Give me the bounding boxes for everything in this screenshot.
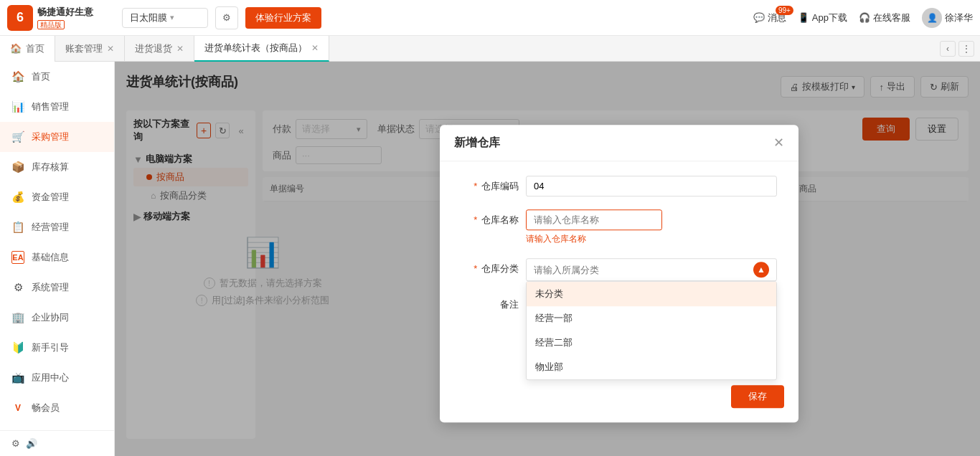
settings-gear-button[interactable]: ⚙	[215, 6, 238, 29]
sidebar: 🏠 首页 📊 销售管理 🛒 采购管理 📦 库存核算 💰 资金管理 📋 经营管理 …	[0, 62, 115, 456]
purchase-icon: 🛒	[11, 130, 24, 143]
inventory-icon: 📦	[11, 161, 24, 174]
tab-more-button[interactable]: ⋮	[958, 41, 974, 57]
dropdown-option-ops2[interactable]: 经营二部	[527, 331, 776, 355]
dialog-header: 新增仓库 ✕	[440, 125, 798, 161]
category-input[interactable]	[534, 265, 753, 275]
notification-button[interactable]: 💬 消息 99+	[753, 11, 786, 24]
category-dropdown-list: 未分类 经营一部 经营二部 物业部	[526, 281, 777, 380]
avatar: 👤	[922, 8, 942, 28]
home-icon: 🏠	[10, 43, 22, 54]
sidebar-item-operations[interactable]: 📋 经营管理	[0, 212, 114, 242]
sidebar-item-system[interactable]: ⚙ 系统管理	[0, 272, 114, 303]
vip-icon: V	[11, 402, 24, 414]
header-right: 💬 消息 99+ 📱 App下载 🎧 在线客服 👤 徐泽华	[753, 8, 973, 28]
category-input-wrap[interactable]: ▲	[526, 258, 777, 281]
new-warehouse-dialog: 新增仓库 ✕ * 仓库编码 * 仓库名称	[440, 125, 798, 422]
online-service-button[interactable]: 🎧 在线客服	[859, 11, 910, 24]
user-menu-button[interactable]: 👤 徐泽华	[922, 8, 973, 28]
notification-badge: 99+	[776, 6, 793, 15]
warehouse-code-row: * 仓库编码	[461, 176, 777, 196]
volume-icon[interactable]: 🔊	[26, 438, 37, 449]
home-icon: 🏠	[11, 70, 24, 83]
main-layout: 🏠 首页 📊 销售管理 🛒 采购管理 📦 库存核算 💰 资金管理 📋 经营管理 …	[0, 62, 980, 456]
trial-button[interactable]: 体验行业方案	[245, 7, 321, 29]
content-area: 进货单统计(按商品) 🖨 按模板打印 ▾ ↑ 导出 ↻ 刷新	[115, 62, 980, 456]
category-dropdown[interactable]: ▲ 未分类 经营一部 经营二部 物业部	[526, 258, 777, 281]
sidebar-item-enterprise[interactable]: 🏢 企业协同	[0, 303, 114, 333]
sidebar-item-guide[interactable]: 🔰 新手引导	[0, 333, 114, 363]
dialog-body: * 仓库编码 * 仓库名称 请输入仓库名称	[440, 161, 798, 378]
warehouse-category-row: * 仓库分类 ▲ 未分类 经营一部 经营二部 物业部	[461, 258, 777, 281]
tab-purchase-return[interactable]: 进货退货 ✕	[125, 36, 194, 62]
logo-badge: 精品版	[37, 19, 93, 30]
category-label: * 仓库分类	[461, 258, 519, 275]
sidebar-bottom: ⚙ 🔊	[0, 430, 114, 456]
tab-account[interactable]: 账套管理 ✕	[55, 36, 125, 62]
sidebar-item-home[interactable]: 🏠 首页	[0, 62, 114, 92]
logo-text: 畅捷通好生意 精品版	[37, 6, 93, 30]
app-logo-icon: 6	[7, 5, 33, 31]
name-error-message: 请输入仓库名称	[526, 234, 586, 244]
sidebar-item-app-center[interactable]: 📺 应用中心	[0, 363, 114, 393]
sidebar-item-basic-info[interactable]: EA 基础信息	[0, 242, 114, 272]
dropdown-option-uncategorized[interactable]: 未分类	[527, 282, 776, 306]
tab-close-account[interactable]: ✕	[107, 44, 114, 54]
tab-purchase-stat[interactable]: 进货单统计表（按商品） ✕	[194, 36, 329, 62]
dialog-title: 新增仓库	[454, 136, 500, 151]
sales-icon: 📊	[11, 100, 24, 113]
sidebar-item-purchase[interactable]: 🛒 采购管理	[0, 122, 114, 152]
warehouse-name-row: * 仓库名称 请输入仓库名称	[461, 209, 777, 245]
save-button[interactable]: 保存	[731, 385, 784, 408]
person-icon: 👤	[927, 13, 938, 23]
sidebar-item-inventory[interactable]: 📦 库存核算	[0, 152, 114, 182]
tab-home[interactable]: 🏠 首页	[0, 36, 55, 62]
sidebar-item-vip[interactable]: V 畅会员	[0, 393, 114, 423]
name-label: * 仓库名称	[461, 209, 519, 230]
dropdown-toggle-button[interactable]: ▲	[753, 262, 769, 277]
top-header: 6 畅捷通好生意 精品版 日太阳膜 ▾ ⚙ 体验行业方案 💬 消息 99+ 📱 …	[0, 0, 980, 36]
settings-bottom-icon[interactable]: ⚙	[11, 438, 20, 449]
tab-bar: 🏠 首页 账套管理 ✕ 进货退货 ✕ 进货单统计表（按商品） ✕ ‹ ⋮	[0, 36, 980, 62]
chevron-down-icon: ▾	[170, 13, 174, 22]
enterprise-icon: 🏢	[11, 311, 24, 324]
warehouse-code-input[interactable]	[526, 176, 777, 196]
guide-icon: 🔰	[11, 341, 24, 354]
store-name: 日太阳膜	[130, 11, 167, 24]
name-error-wrap: 请输入仓库名称	[461, 233, 586, 245]
dialog-close-button[interactable]: ✕	[773, 135, 784, 151]
tab-close-purchase-stat[interactable]: ✕	[311, 43, 319, 53]
dropdown-option-ops1[interactable]: 经营一部	[527, 306, 776, 331]
tab-close-purchase-return[interactable]: ✕	[176, 44, 184, 54]
app-download-button[interactable]: 📱 App下载	[798, 11, 847, 24]
message-icon: 💬	[753, 12, 765, 23]
store-selector[interactable]: 日太阳膜 ▾	[122, 8, 208, 28]
phone-icon: 📱	[798, 12, 809, 23]
gear-icon: ⚙	[222, 12, 231, 23]
sidebar-item-sales[interactable]: 📊 销售管理	[0, 92, 114, 122]
operations-icon: 📋	[11, 221, 24, 234]
headset-icon: 🎧	[859, 12, 870, 23]
system-icon: ⚙	[11, 281, 24, 294]
sidebar-item-finance[interactable]: 💰 资金管理	[0, 182, 114, 212]
code-label: * 仓库编码	[461, 176, 519, 193]
dropdown-option-property[interactable]: 物业部	[527, 355, 776, 379]
tab-prev-button[interactable]: ‹	[940, 41, 956, 57]
app-center-icon: 📺	[11, 371, 24, 384]
note-label: 备注	[461, 294, 519, 311]
basic-info-icon: EA	[11, 251, 24, 264]
dialog-footer: 保存	[440, 378, 798, 422]
finance-icon: 💰	[11, 191, 24, 204]
warehouse-name-input[interactable]	[526, 209, 662, 230]
tab-controls: ‹ ⋮	[934, 41, 980, 57]
logo-area: 6 畅捷通好生意 精品版	[7, 5, 115, 31]
